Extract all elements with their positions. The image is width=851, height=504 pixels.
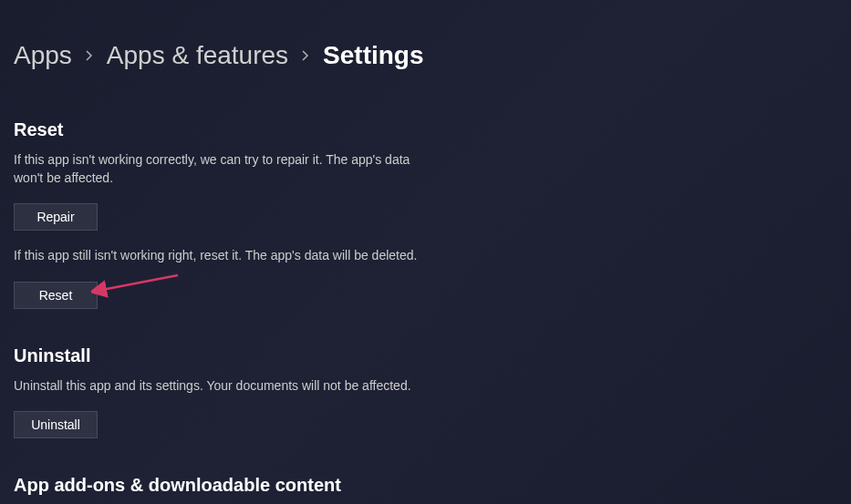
- uninstall-description: Uninstall this app and its settings. You…: [14, 377, 433, 396]
- breadcrumb-apps-features[interactable]: Apps & features: [107, 41, 288, 70]
- breadcrumb: Apps Apps & features Settings: [14, 41, 851, 70]
- chevron-right-icon: [85, 49, 94, 62]
- uninstall-title: Uninstall: [14, 345, 433, 366]
- reset-section: Reset If this app isn't working correctl…: [14, 119, 433, 309]
- repair-description: If this app isn't working correctly, we …: [14, 151, 433, 187]
- repair-button[interactable]: Repair: [14, 203, 98, 231]
- breadcrumb-apps[interactable]: Apps: [14, 41, 72, 70]
- addons-title: App add-ons & downloadable content: [14, 475, 433, 496]
- uninstall-section: Uninstall Uninstall this app and its set…: [14, 345, 433, 439]
- reset-button[interactable]: Reset: [14, 282, 98, 309]
- breadcrumb-settings-current: Settings: [323, 41, 423, 70]
- reset-title: Reset: [14, 119, 433, 140]
- chevron-right-icon: [301, 49, 310, 62]
- reset-description: If this app still isn't working right, r…: [14, 247, 433, 265]
- addons-section: App add-ons & downloadable content: [14, 475, 433, 496]
- uninstall-button[interactable]: Uninstall: [14, 411, 98, 438]
